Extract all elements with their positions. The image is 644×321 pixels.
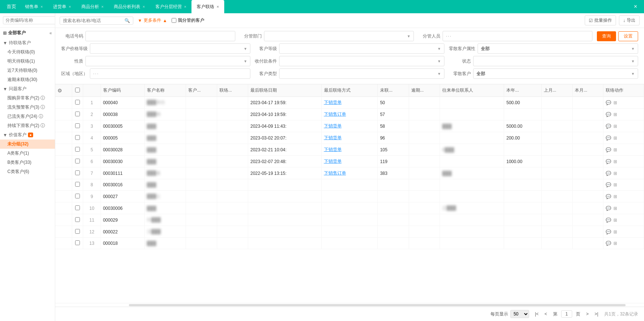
- sidebar-item-churned[interactable]: 已流失客户(24) ⓘ: [0, 112, 55, 121]
- row-checkbox[interactable]: [75, 159, 80, 163]
- settings-icon[interactable]: ⚙: [57, 88, 62, 94]
- chat-icon[interactable]: 💬: [606, 159, 611, 164]
- chat-icon[interactable]: 💬: [606, 112, 611, 117]
- chat-icon[interactable]: 💬: [606, 229, 611, 234]
- row-checkbox[interactable]: [75, 135, 80, 140]
- batch-ops-button[interactable]: ☑ 批量操作: [585, 15, 616, 25]
- row-checkbox[interactable]: [75, 100, 80, 105]
- row-checkbox[interactable]: [75, 205, 80, 210]
- type-col-header[interactable]: 客户...: [186, 84, 217, 97]
- sidebar-search-input[interactable]: [3, 16, 55, 24]
- global-close-button[interactable]: ×: [630, 1, 641, 12]
- page-first-btn[interactable]: |<: [533, 311, 541, 317]
- sidebar-item-unclassified[interactable]: 未分组(32): [0, 140, 55, 149]
- sidebar-all-customers[interactable]: ⊞ 全部客户 «: [0, 28, 55, 38]
- chat-icon[interactable]: 💬: [606, 171, 611, 176]
- last-contact-link[interactable]: 下销货单: [324, 135, 342, 140]
- sidebar-item-churn-warning[interactable]: 流失预警客户(3) ⓘ: [0, 103, 55, 112]
- row-checkbox-cell[interactable]: [72, 167, 83, 179]
- contact-col-header[interactable]: 联络...: [217, 84, 248, 97]
- chat-icon[interactable]: 💬: [606, 182, 611, 187]
- sidebar-item-7days[interactable]: 近7天待联络(0): [0, 66, 55, 75]
- chat-icon[interactable]: 💬: [606, 147, 611, 152]
- this-month-col-header[interactable]: 本月...: [572, 84, 603, 97]
- row-checkbox[interactable]: [75, 112, 80, 116]
- last-contact-type-col-header[interactable]: 最后联络方式: [321, 84, 378, 97]
- row-checkbox-cell[interactable]: [72, 156, 83, 167]
- customer-level-select[interactable]: ▼: [279, 43, 444, 54]
- chat-icon[interactable]: 💬: [606, 100, 611, 105]
- row-checkbox[interactable]: [75, 182, 80, 187]
- last-contact-type-cell[interactable]: 下销货单: [321, 132, 378, 144]
- row-checkbox-cell[interactable]: [72, 226, 83, 238]
- row-checkbox[interactable]: [75, 123, 80, 128]
- chat-icon[interactable]: 💬: [606, 218, 611, 223]
- sidebar-collapse-icon[interactable]: «: [49, 31, 52, 36]
- page-size-select[interactable]: 20 50 100: [510, 310, 529, 318]
- nav-home[interactable]: 首页: [3, 0, 20, 13]
- grid-action-icon[interactable]: ⊞: [613, 206, 617, 211]
- row-checkbox-cell[interactable]: [72, 238, 83, 249]
- row-checkbox[interactable]: [75, 147, 80, 152]
- row-checkbox-cell[interactable]: [72, 179, 83, 191]
- row-checkbox[interactable]: [75, 170, 80, 175]
- nav-tab-customer-tier[interactable]: 客户分层经营 ×: [150, 0, 191, 13]
- chat-icon[interactable]: 💬: [606, 135, 611, 141]
- last-contact-date-col-header[interactable]: 最后联络日期: [248, 84, 322, 97]
- close-contact-tab[interactable]: ×: [217, 4, 219, 9]
- payment-select[interactable]: ▼: [279, 56, 444, 66]
- row-checkbox-cell[interactable]: [72, 97, 83, 109]
- region-input[interactable]: ···: [90, 68, 250, 79]
- row-checkbox[interactable]: [75, 229, 80, 234]
- grid-action-icon[interactable]: ⊞: [613, 135, 617, 141]
- last-contact-type-cell[interactable]: 下销货单: [321, 97, 378, 109]
- export-button[interactable]: ↓ 导出: [619, 15, 640, 25]
- close-analysis-tab[interactable]: ×: [101, 4, 103, 9]
- overdue-col-header[interactable]: 逾期...: [409, 84, 440, 97]
- close-tier-tab[interactable]: ×: [184, 4, 186, 9]
- customer-type-select[interactable]: ▼: [279, 68, 444, 79]
- scatter-attr-select[interactable]: 全部 ▼: [478, 43, 638, 54]
- last-contact-link[interactable]: 下销货单: [324, 100, 342, 105]
- row-checkbox-cell[interactable]: [72, 109, 83, 120]
- last-contact-link[interactable]: 下销货单: [324, 159, 342, 164]
- sidebar-item-overdue[interactable]: 逾期未联络(30): [0, 75, 55, 84]
- last-contact-type-cell[interactable]: 下销售订单: [321, 167, 378, 179]
- nature-select[interactable]: ▼: [85, 56, 250, 66]
- row-checkbox-cell[interactable]: [72, 202, 83, 214]
- main-search-input[interactable]: [63, 18, 124, 23]
- dept-select[interactable]: ▼: [264, 31, 414, 41]
- grid-action-icon[interactable]: ⊞: [613, 112, 617, 117]
- sidebar-item-hoarding[interactable]: 囤购异常客户(2) ⓘ: [0, 94, 55, 103]
- sidebar-item-class-c[interactable]: C类客户(6): [0, 167, 55, 176]
- current-page-display[interactable]: 1: [561, 310, 572, 318]
- close-analysis-list-tab[interactable]: ×: [142, 4, 145, 9]
- nav-tab-purchase[interactable]: 进货单 ×: [48, 0, 76, 13]
- grid-action-icon[interactable]: ⊞: [613, 229, 617, 234]
- row-checkbox-cell[interactable]: [72, 214, 83, 226]
- sidebar-item-today[interactable]: 今天待联络(0): [0, 47, 55, 57]
- grid-action-icon[interactable]: ⊞: [613, 171, 617, 176]
- nav-tab-customer-contact[interactable]: 客户联络 ×: [191, 0, 224, 13]
- select-all-col[interactable]: [72, 84, 83, 97]
- grid-action-icon[interactable]: ⊞: [613, 100, 617, 105]
- row-checkbox-cell[interactable]: [72, 120, 83, 132]
- manager-input[interactable]: ···: [443, 31, 592, 41]
- sidebar-group-value[interactable]: ▼ 价值客户 ●: [0, 130, 55, 140]
- nav-tab-analysis-list[interactable]: 商品分析列表 ×: [109, 0, 150, 13]
- name-col-header[interactable]: 客户名称: [144, 84, 186, 97]
- close-sales-tab[interactable]: ×: [41, 4, 43, 9]
- settings-col-header[interactable]: ⚙: [55, 84, 72, 97]
- row-checkbox-cell[interactable]: [72, 132, 83, 144]
- more-conditions-btn[interactable]: ▼ 更多条件 ▲: [138, 17, 167, 24]
- page-next-btn[interactable]: >: [584, 311, 591, 317]
- chat-icon[interactable]: 💬: [606, 241, 611, 246]
- row-checkbox-cell[interactable]: [72, 191, 83, 202]
- price-level-select[interactable]: ▼: [90, 43, 250, 54]
- sidebar-item-tomorrow[interactable]: 明天待联络(1): [0, 57, 55, 66]
- page-prev-btn[interactable]: <: [542, 311, 549, 317]
- code-col-header[interactable]: 客户编码: [101, 84, 144, 97]
- scatter-customer-select[interactable]: 全部 ▼: [473, 68, 638, 79]
- grid-action-icon[interactable]: ⊞: [613, 124, 617, 129]
- last-contact-link[interactable]: 下销售订单: [324, 112, 346, 117]
